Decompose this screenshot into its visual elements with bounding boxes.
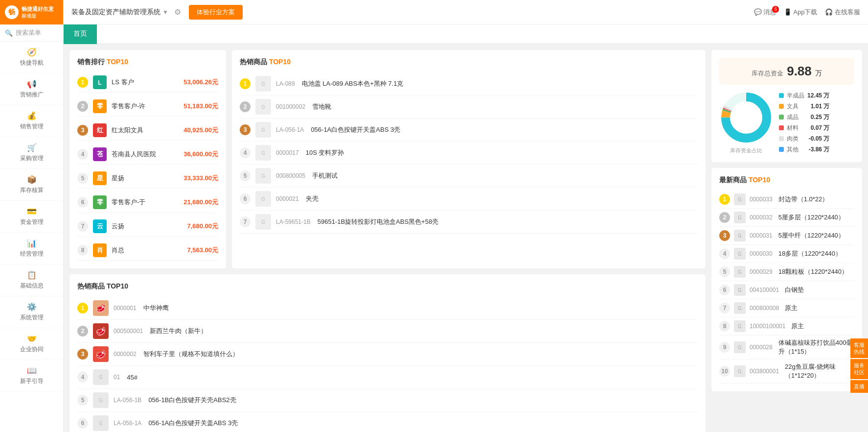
newest-product-item: 7 G 000800008 原主 <box>719 299 854 317</box>
rank-item: 8 肖 肖总 7,563.00元 <box>77 240 218 261</box>
app-download[interactable]: 📱 App下载 <box>784 8 817 17</box>
rank-name: 零售客户-许 <box>112 102 179 111</box>
newest-product-item: 9 G 0000028 体碱嘉核味苏打饮品400毫升（1*15） <box>719 336 854 360</box>
hot-products-list: 1 🥩 0000001 中华神鹰 2 🥩 000500001 新西兰牛肉（新牛）… <box>77 297 698 432</box>
livestream-btn[interactable]: 直播 <box>850 380 868 393</box>
tab-home[interactable]: 首页 <box>64 24 97 44</box>
product-image-sm: G <box>734 230 746 241</box>
rank-avatar: 红 <box>93 123 107 137</box>
nav-icon: 💳 <box>27 207 37 216</box>
product-code: LA-089 <box>276 80 295 87</box>
rank-number: 4 <box>77 149 88 160</box>
sidebar-item-基础信息[interactable]: 📋基础信息 <box>0 264 63 296</box>
product-image: G <box>255 99 271 115</box>
legend-value: -0.05 万 <box>809 135 830 143</box>
rank-number: 5 <box>77 173 88 184</box>
legend-dot <box>779 125 784 130</box>
sidebar-item-新手引导[interactable]: 📖新手引导 <box>0 360 63 392</box>
newest-product-item: 10 G 003800001 22g鱼豆腐-烧烤味（1*12*20） <box>719 360 854 384</box>
settings-icon[interactable]: ⚙ <box>174 7 181 17</box>
sidebar-item-库存核算[interactable]: 📦库存核算 <box>0 169 63 201</box>
rank-amount: 36,600.00元 <box>183 150 218 159</box>
product-image: G <box>255 76 271 92</box>
product-name: 中华神鹰 <box>143 304 169 312</box>
main-area: 装备及固定资产辅助管理系统 ▼ ⚙ 体验行业方案 💬 6 消息 📱 App下载 … <box>64 0 868 432</box>
nav-label: 快捷导航 <box>20 59 44 67</box>
rank-avatar: 云 <box>93 219 107 233</box>
service-community-btn[interactable]: 服务 社区 <box>850 359 868 379</box>
product-name: 封边带（1.0*22） <box>778 195 829 204</box>
legend-label: 肉类 <box>787 135 806 143</box>
rank-item: 2 零 零售客户-许 51,183.00元 <box>77 96 218 117</box>
sidebar-item-快捷导航[interactable]: 🧭快捷导航 <box>0 42 63 73</box>
message-count: 6 <box>772 6 779 13</box>
product-image: 🥩 <box>93 323 109 339</box>
system-selector[interactable]: 装备及固定资产辅助管理系统 ▼ <box>71 8 168 17</box>
product-name: 夹壳 <box>306 194 319 203</box>
sidebar-item-采购管理[interactable]: 🛒采购管理 <box>0 137 63 169</box>
product-code: 004100001 <box>750 287 779 293</box>
legend-dot <box>779 104 784 109</box>
product-code: LA-056-1B <box>114 397 141 404</box>
sales-ranking-card: 销售排行 TOP10 1 L LS 客户 53,006.26元 2 零 零售客户… <box>69 50 226 268</box>
topbar-title: 装备及固定资产辅助管理系统 <box>71 8 160 17</box>
messages-badge[interactable]: 💬 6 消息 <box>754 8 777 17</box>
content-area: 销售排行 TOP10 1 L LS 客户 53,006.26元 2 零 零售客户… <box>64 44 868 432</box>
rank-amount: 53,006.26元 <box>183 78 218 87</box>
phone-icon: 📱 <box>784 8 792 16</box>
rank-number: 4 <box>240 147 251 158</box>
sidebar-item-营销推广[interactable]: 📢营销推广 <box>0 73 63 105</box>
sidebar-item-系统管理[interactable]: ⚙️系统管理 <box>0 296 63 328</box>
rank-name: 肖总 <box>112 246 182 255</box>
trial-button[interactable]: 体验行业方案 <box>189 5 243 20</box>
rank-number: 3 <box>77 125 88 136</box>
rank-item: 7 云 云扬 7,680.00元 <box>77 216 218 237</box>
rank-item: 1 L LS 客户 53,006.26元 <box>77 72 218 93</box>
sidebar-nav: 🧭快捷导航📢营销推广💰销售管理🛒采购管理📦库存核算💳资金管理📊经营管理📋基础信息… <box>0 42 63 432</box>
sales-ranking-title: 销售排行 TOP10 <box>77 58 218 67</box>
customer-service-btn[interactable]: 客服 热线 <box>850 338 868 359</box>
legend-label: 材料 <box>787 124 808 132</box>
rank-number: 4 <box>77 372 88 383</box>
product-name: 白钢垫 <box>785 286 804 294</box>
product-image-sm: G <box>734 248 746 260</box>
product-code: 0000032 <box>750 214 773 221</box>
rank-avatar: 星 <box>93 171 107 185</box>
product-image: G <box>93 369 109 385</box>
nav-label: 基础信息 <box>20 282 44 290</box>
hot-product-right-item: 2 G 001000002 雪地靴 <box>240 96 698 119</box>
rank-amount: 21,680.00元 <box>183 198 218 207</box>
sidebar-search[interactable]: 🔍 搜索菜单 <box>0 24 63 42</box>
legend-label: 半成品 <box>787 92 804 100</box>
rank-number: 4 <box>719 248 730 259</box>
product-name: 056-1A白色按键开关盖ABS 3壳 <box>311 125 400 134</box>
rank-number: 5 <box>240 170 251 181</box>
headset-icon: 🎧 <box>825 8 833 16</box>
hot-product-item: 4 G 01 45# <box>77 366 698 389</box>
rank-amount: 40,925.00元 <box>183 126 218 135</box>
sidebar-item-销售管理[interactable]: 💰销售管理 <box>0 105 63 137</box>
sidebar-item-企业协同[interactable]: 🤝企业协同 <box>0 328 63 360</box>
legend-label: 成品 <box>787 113 808 121</box>
sidebar-item-经营管理[interactable]: 📊经营管理 <box>0 233 63 264</box>
legend-value: 1.01 万 <box>811 102 830 111</box>
sidebar-item-资金管理[interactable]: 💳资金管理 <box>0 201 63 233</box>
nav-icon: 🧭 <box>27 48 37 57</box>
hot-product-item: 6 G LA-056-1A 056-1A白色按键开关盖ABS 3壳 <box>77 412 698 432</box>
newest-product-item: 3 G 0000031 5厘中纤（1220*2440） <box>719 227 854 245</box>
product-name: 45# <box>127 374 137 381</box>
rank-name: 云扬 <box>112 222 182 231</box>
rank-amount: 7,680.00元 <box>187 222 218 231</box>
inventory-unit: 万 <box>815 69 822 77</box>
nav-label: 资金管理 <box>20 218 44 226</box>
legend-label: 文具 <box>787 102 808 111</box>
nav-icon: 📢 <box>27 79 37 89</box>
inventory-card: 库存总资金 9.88 万 <box>711 50 862 162</box>
product-name: 18颗粒板（1220*2440） <box>778 267 848 276</box>
product-code: 003800001 <box>750 368 779 375</box>
product-image: G <box>93 415 109 431</box>
rank-avatar: 零 <box>93 99 107 113</box>
product-code: 000800005 <box>276 172 305 179</box>
rank-name: 星扬 <box>112 174 179 183</box>
online-service[interactable]: 🎧 在线客服 <box>825 8 860 17</box>
